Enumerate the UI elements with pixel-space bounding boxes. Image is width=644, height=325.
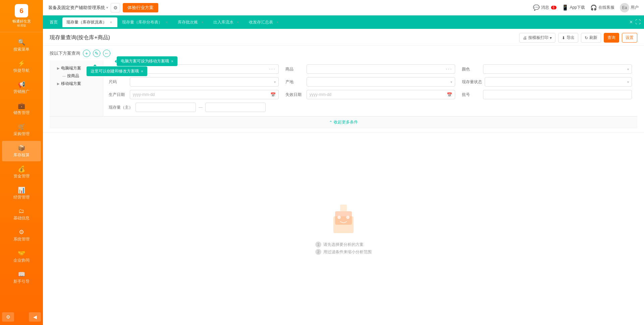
edit-scheme-button[interactable]: ✎	[93, 50, 100, 57]
tab-inventory-distribution[interactable]: 现存量（库存分布表） ×	[118, 17, 173, 27]
app-download-button[interactable]: 📱 App下载	[562, 4, 585, 11]
chevron-down-icon: ▾	[550, 36, 552, 40]
add-scheme-button[interactable]: +	[83, 50, 90, 57]
tab-close-all-btn[interactable]: ×	[629, 18, 633, 26]
online-support-button[interactable]: 🎧 在线客服	[590, 4, 614, 11]
logo-icon: 6	[15, 4, 28, 17]
product-select[interactable]: ···	[307, 64, 455, 74]
tab-label: 出入库流水	[213, 19, 233, 25]
sidebar-item-purchase[interactable]: 🛒 采购管理	[2, 120, 41, 140]
back-button[interactable]: ←	[103, 50, 110, 57]
phone-icon: 📱	[562, 4, 569, 11]
sidebar-item-label: 企业协同	[13, 258, 30, 263]
sidebar-item-label: 采购管理	[13, 131, 30, 137]
filter-row-size: 尺码 ▾	[109, 77, 279, 87]
expiry-date-label: 失效日期	[285, 92, 304, 98]
guide-icon: 📖	[18, 271, 25, 278]
sidebar-item-management[interactable]: 📊 经营管理	[2, 183, 41, 204]
product-label: 商品	[285, 66, 304, 72]
filter-row-origin: 产地 ▾	[285, 77, 455, 87]
purchase-icon: 🛒	[18, 123, 25, 130]
export-button[interactable]: ⬇ 导出	[558, 33, 578, 43]
empty-hint-1-text: 请先选择要分析的方案	[323, 242, 364, 248]
filter-row-expiry-date: 失效日期 yyyy-mm-dd 📅	[285, 90, 455, 99]
chevron-down-icon: ▾	[274, 80, 276, 84]
settings-button[interactable]: 设置	[622, 33, 637, 43]
scheme-tree-mobile[interactable]: ▶ 移动端方案	[55, 80, 103, 88]
production-date-start[interactable]: yyyy-mm-dd 📅	[130, 90, 279, 99]
tab-close-icon[interactable]: ×	[164, 20, 169, 24]
empty-svg	[323, 201, 364, 235]
sidebar-item-guide[interactable]: 📖 新手引导	[2, 267, 41, 288]
tooltip-edit-close[interactable]: ×	[141, 69, 143, 74]
search-icon: 🔍	[18, 39, 25, 46]
tab-fullscreen-btn[interactable]: ⛶	[635, 18, 641, 26]
dots-icon: ···	[269, 66, 275, 72]
industry-solution-button[interactable]: 体验行业方案	[123, 3, 158, 12]
range-separator: —	[199, 105, 203, 110]
stock-qty-start[interactable]	[136, 103, 196, 112]
query-button[interactable]: 查询	[604, 33, 619, 43]
dots-icon: ···	[446, 66, 452, 72]
page-content: 现存量查询(按仓库+商品) 🖨 按模板打印 ▾ ⬇ 导出 ↻ 刷新	[43, 29, 644, 325]
header-settings-btn[interactable]: ⚙	[111, 3, 120, 12]
sidebar-item-system[interactable]: ⚙ 系统管理	[2, 225, 41, 246]
tab-home[interactable]: 首页	[46, 17, 62, 27]
sidebar-item-baseinfo[interactable]: 🗂 基础信息	[2, 204, 41, 224]
online-support-label: 在线客服	[598, 5, 614, 10]
filter-label-row: 按以下方案查询 + ✎ ←	[50, 50, 637, 57]
chevron-down-icon: ▾	[450, 80, 452, 84]
svg-point-3	[346, 216, 350, 219]
filter-row-product: 商品 ···	[285, 64, 455, 74]
tab-batch-account[interactable]: 库存批次账 ×	[174, 17, 209, 27]
sidebar-settings-btn[interactable]: ⚙	[2, 312, 14, 322]
sidebar-item-sales[interactable]: 💼 销售管理	[2, 99, 41, 119]
page-title: 现存量查询(按仓库+商品)	[50, 34, 110, 41]
batch-input[interactable]	[483, 90, 632, 99]
tab-stock-summary[interactable]: 收发存汇总表 ×	[245, 17, 284, 27]
sidebar-item-marketing[interactable]: 📢 营销推广	[2, 77, 41, 98]
sidebar-item-cooperation[interactable]: 🤝 企业协同	[2, 246, 41, 267]
sidebar-item-finance[interactable]: 💰 资金管理	[2, 162, 41, 182]
finance-icon: 💰	[18, 165, 25, 173]
batch-label: 批号	[462, 92, 480, 98]
sidebar-item-inventory[interactable]: 📦 库存核算	[2, 141, 41, 161]
notification-button[interactable]: 💬 消息 6	[533, 4, 556, 11]
sidebar-item-label: 库存核算	[13, 152, 30, 158]
empty-state: 1 请先选择要分析的方案 2 用过滤条件来缩小分析范围	[43, 132, 644, 325]
system-icon: ⚙	[19, 228, 24, 236]
tab-close-icon[interactable]: ×	[200, 20, 205, 24]
sidebar-collapse-btn[interactable]: ◀	[29, 312, 41, 322]
tab-close-icon[interactable]: ×	[235, 20, 240, 24]
size-select[interactable]: ▾	[130, 77, 279, 87]
header-left: 装备及固定资产辅助管理系统 ▾ ⚙ 体验行业方案	[48, 3, 158, 12]
tab-bar-end: × ⛶	[629, 18, 641, 26]
add-icon: +	[85, 51, 88, 56]
tooltip-scheme-close[interactable]: ×	[171, 59, 173, 64]
system-title-select[interactable]: 装备及固定资产辅助管理系统 ▾	[48, 5, 108, 11]
size-label: 尺码	[109, 79, 127, 85]
refresh-button[interactable]: ↻ 刷新	[581, 33, 601, 43]
headset-icon: 🎧	[590, 4, 597, 11]
stock-qty-end[interactable]	[205, 103, 266, 112]
sidebar-item-label: 基础信息	[13, 215, 30, 221]
tab-close-icon[interactable]: ×	[275, 20, 280, 24]
color-select[interactable]: ▾	[483, 64, 632, 74]
settings-label: 设置	[626, 35, 634, 41]
sidebar-item-quicknav[interactable]: ⚡ 快捷导航	[2, 56, 41, 77]
tab-close-icon[interactable]: ×	[109, 20, 113, 24]
tab-label: 库存批次账	[178, 19, 198, 25]
collapse-bar[interactable]: ⌃ 收起更多条件	[50, 116, 637, 128]
chevron-down-icon: ▾	[106, 6, 108, 9]
origin-label: 产地	[285, 79, 304, 85]
origin-select[interactable]: ▾	[307, 77, 455, 87]
svg-point-2	[337, 216, 341, 219]
template-print-button[interactable]: 🖨 按模板打印 ▾	[519, 33, 555, 43]
user-menu[interactable]: Ea 用户	[620, 3, 639, 12]
tab-inventory-status[interactable]: 现存量（库存状况表） ×	[62, 17, 117, 27]
stock-status-select[interactable]: ▾	[485, 77, 632, 87]
tab-inout-flow[interactable]: 出入库流水 ×	[209, 17, 244, 27]
sidebar-item-search[interactable]: 🔍 搜索菜单	[2, 35, 41, 56]
expiry-date-input[interactable]: yyyy-mm-dd 📅	[307, 90, 455, 99]
sidebar-item-label: 营销推广	[13, 89, 30, 95]
